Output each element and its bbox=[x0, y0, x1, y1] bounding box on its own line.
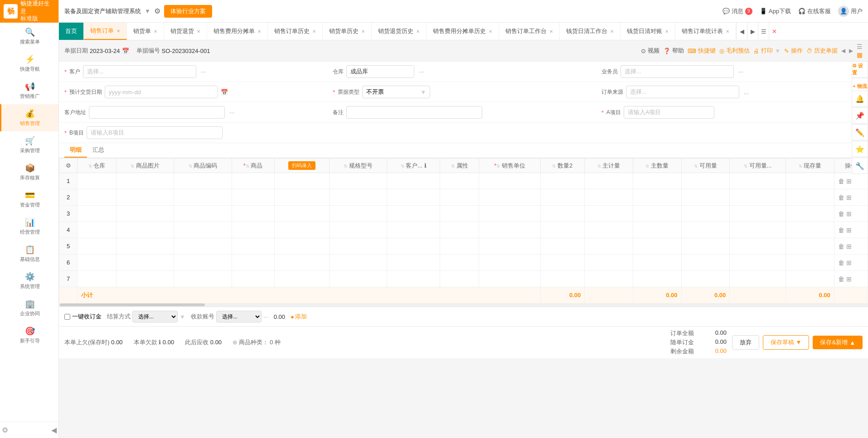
row-current[interactable] bbox=[786, 173, 834, 189]
date-value[interactable]: 2023-03-24 bbox=[90, 48, 120, 54]
tab-goods-history[interactable]: 销货单历史 ✕ bbox=[323, 23, 372, 40]
staff-input[interactable]: 选择... bbox=[621, 65, 734, 78]
warehouse-input[interactable]: 成品库 bbox=[346, 65, 414, 78]
col-image[interactable]: ⇅ 商品图片 bbox=[116, 159, 174, 173]
row-attr[interactable] bbox=[440, 173, 479, 189]
copy-icon[interactable]: ⊞ bbox=[846, 178, 852, 185]
tab-close-icon[interactable]: ✕ bbox=[549, 29, 553, 34]
a-project-input[interactable]: 请输入A项目 bbox=[624, 106, 714, 119]
tab-close-icon[interactable]: ✕ bbox=[197, 29, 200, 34]
col-customer-code[interactable]: ⇅ 客户... ℹ bbox=[387, 159, 440, 173]
user-item[interactable]: 👤 用户 bbox=[838, 6, 863, 17]
tab-order-history[interactable]: 销售订单历史 ✕ bbox=[268, 23, 323, 40]
grid-view-btn[interactable]: ▦ bbox=[857, 51, 863, 58]
tab-sales-fee[interactable]: 销售费用分摊单 ✕ bbox=[207, 23, 268, 40]
row-warehouse[interactable] bbox=[78, 173, 116, 189]
tab-close-icon[interactable]: ✕ bbox=[416, 29, 420, 34]
calendar-icon[interactable]: 📅 bbox=[122, 48, 129, 54]
operate-item[interactable]: ✎ 操作 bbox=[784, 47, 803, 55]
row-customer-code[interactable] bbox=[387, 173, 440, 189]
discard-button[interactable]: 放弃 bbox=[732, 335, 759, 350]
tab-close-all-btn[interactable]: ✕ bbox=[769, 23, 780, 40]
collapse-icon[interactable]: ◀ bbox=[51, 426, 57, 434]
sidebar-item-enterprise[interactable]: 🏢 企业协同 bbox=[0, 294, 58, 322]
warehouse-more-icon[interactable]: ··· bbox=[419, 68, 424, 75]
settings-bottom-icon[interactable]: ⚙ bbox=[2, 426, 8, 434]
copy-icon[interactable]: ⊞ bbox=[846, 194, 852, 201]
copy-icon[interactable]: ⊞ bbox=[846, 275, 852, 283]
row-goods[interactable] bbox=[232, 173, 274, 189]
tab-close-icon[interactable]: ✕ bbox=[361, 29, 365, 34]
col-available2[interactable]: ⇅ 可用量... bbox=[730, 159, 786, 173]
settings-float-btn[interactable]: ⚙ 设置 bbox=[852, 61, 868, 77]
col-code[interactable]: ⇅ 商品编码 bbox=[174, 159, 232, 173]
tab-detail[interactable]: 明细 bbox=[64, 143, 87, 158]
list-view-btn[interactable]: ☰ bbox=[857, 43, 863, 50]
tab-sales-goods[interactable]: 销货单 ✕ bbox=[127, 23, 164, 40]
sidebar-item-search[interactable]: 🔍 搜索菜单 bbox=[0, 23, 58, 50]
side-icon-bell[interactable]: 🔔 bbox=[852, 91, 868, 107]
delete-icon[interactable]: 🗑 bbox=[838, 226, 844, 234]
customer-input[interactable]: 选择... bbox=[83, 65, 196, 78]
tab-close-icon[interactable]: ✕ bbox=[489, 29, 492, 34]
col-unit[interactable]: *⇅ 销售单位 bbox=[479, 159, 540, 173]
tab-prev-btn[interactable]: ◀ bbox=[736, 23, 747, 40]
save-draft-button[interactable]: 保存草稿 ▼ bbox=[763, 335, 810, 350]
sidebar-item-sales[interactable]: 💰 销售管理 bbox=[0, 104, 58, 131]
address-more-icon[interactable]: ··· bbox=[229, 109, 235, 116]
next-page-icon[interactable]: ▶ bbox=[849, 48, 853, 54]
order-source-more-icon[interactable]: ... bbox=[744, 88, 749, 96]
col-attr[interactable]: ⇅ 属性 bbox=[440, 159, 479, 173]
tab-daily-reconcile[interactable]: 钱货日清对账 ✕ bbox=[621, 23, 675, 40]
tab-order-workbench[interactable]: 销售订单工作台 ✕ bbox=[499, 23, 560, 40]
col-settings[interactable]: ⚙ bbox=[59, 159, 78, 173]
customer-more-icon[interactable]: ··· bbox=[201, 68, 206, 75]
row-available2[interactable] bbox=[730, 173, 786, 189]
copy-icon[interactable]: ⊞ bbox=[846, 243, 852, 250]
tab-sales-order[interactable]: 销售订单 ✕ bbox=[84, 23, 127, 40]
row-main-unit[interactable] bbox=[585, 173, 633, 189]
scan-btn[interactable]: 扫码录入 bbox=[288, 161, 315, 170]
history-item[interactable]: ⏱ 历史单据 bbox=[806, 47, 838, 55]
prev-page-icon[interactable]: ◀ bbox=[841, 48, 845, 54]
scroll-bar[interactable] bbox=[59, 303, 868, 307]
sidebar-item-system[interactable]: ⚙️ 系统管理 bbox=[0, 267, 58, 294]
b-project-input[interactable]: 请输入B项目 bbox=[87, 126, 223, 139]
row-scan[interactable] bbox=[274, 173, 329, 189]
tab-order-stats[interactable]: 销售订单统计表 ✕ bbox=[675, 23, 736, 40]
order-source-input[interactable]: 选择... bbox=[626, 86, 739, 98]
sidebar-item-finance[interactable]: 💳 资金管理 bbox=[0, 186, 58, 213]
print-item[interactable]: 🖨 打印 ▼ bbox=[753, 47, 781, 55]
row-spec[interactable] bbox=[330, 173, 387, 189]
tab-summary[interactable]: 汇总 bbox=[87, 143, 110, 158]
copy-icon[interactable]: ⊞ bbox=[846, 210, 852, 217]
profit-item[interactable]: ◎ 毛利预估 bbox=[719, 47, 750, 55]
help-item[interactable]: ❓ 帮助 bbox=[663, 47, 684, 55]
copy-icon[interactable]: ⊞ bbox=[846, 259, 852, 266]
side-icon-star[interactable]: ⭐ bbox=[852, 141, 868, 157]
row-qty2[interactable] bbox=[540, 173, 585, 189]
scroll-thumb[interactable] bbox=[60, 303, 205, 306]
tab-close-icon[interactable]: ✕ bbox=[610, 29, 614, 34]
solution-button[interactable]: 体验行业方案 bbox=[164, 5, 212, 18]
col-main-unit[interactable]: ⇅ 主计量 bbox=[585, 159, 633, 173]
notification-item[interactable]: 💬 消息 9 bbox=[723, 7, 752, 15]
tab-daily-clear[interactable]: 钱货日清工作台 ✕ bbox=[560, 23, 621, 40]
topbar-gear-icon[interactable]: ⚙ bbox=[154, 7, 160, 15]
side-icon-tool[interactable]: 🔧 bbox=[852, 158, 868, 174]
online-service-item[interactable]: 🎧 在线客服 bbox=[798, 7, 831, 15]
row-main-qty[interactable] bbox=[633, 173, 681, 189]
address-input[interactable] bbox=[89, 106, 225, 119]
copy-icon[interactable]: ⊞ bbox=[846, 226, 852, 234]
col-available[interactable]: ⇅ 可用量 bbox=[681, 159, 730, 173]
delivery-input[interactable]: yyyy-mm-dd bbox=[105, 86, 218, 98]
sidebar-item-base[interactable]: 📋 基础信息 bbox=[0, 240, 58, 267]
view-item[interactable]: ⊙ 视频 bbox=[641, 47, 659, 55]
col-spec[interactable]: ⇅ 规格型号 bbox=[330, 159, 387, 173]
delete-icon[interactable]: 🗑 bbox=[838, 275, 844, 283]
add-btn[interactable]: ● 添加 bbox=[291, 313, 307, 321]
app-download-item[interactable]: 📱 App下载 bbox=[760, 7, 791, 15]
account-select[interactable]: 选择... bbox=[216, 311, 262, 322]
side-icon-edit[interactable]: ✏️ bbox=[852, 124, 868, 140]
save-new-button[interactable]: 保存&新增 ▲ bbox=[813, 336, 863, 349]
